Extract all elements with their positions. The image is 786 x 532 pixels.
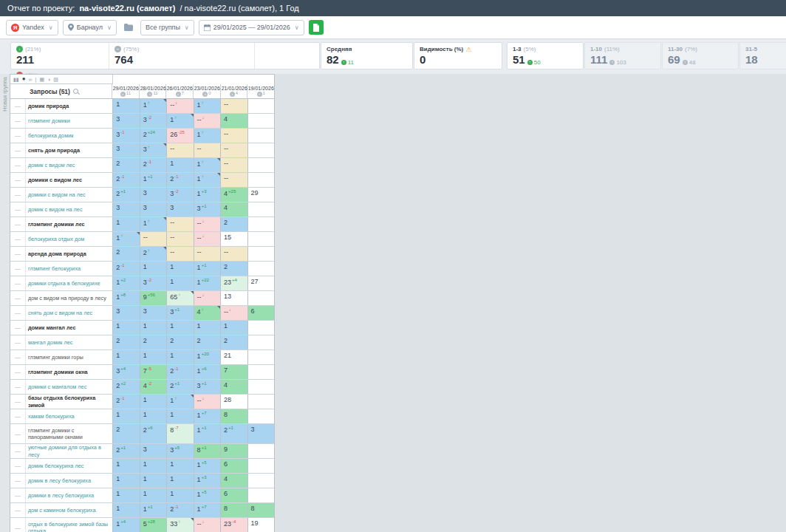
position-cell[interactable]: 2+1	[220, 424, 247, 443]
group-side-strip[interactable]: Новая группа	[0, 74, 10, 532]
position-cell[interactable]	[247, 444, 274, 458]
position-cell[interactable]: 2	[112, 247, 139, 261]
query-link[interactable]: отдых в белокурихе зимой базы отдыха	[25, 518, 112, 532]
position-cell[interactable]: 1	[112, 474, 139, 488]
position-cell[interactable]: 2	[220, 217, 247, 231]
position-cell[interactable]	[247, 158, 274, 172]
position-cell[interactable]: 1+3	[194, 188, 220, 202]
row-handle[interactable]: —	[10, 444, 25, 458]
query-link[interactable]: домики с видом лес	[25, 173, 112, 187]
position-cell[interactable]: --	[194, 247, 220, 261]
query-link[interactable]: домики в лесу белокуриха	[25, 488, 112, 502]
position-cell[interactable]: 1+1	[140, 503, 166, 517]
position-cell[interactable]	[247, 350, 274, 364]
position-cell[interactable]: 1↑	[194, 99, 220, 113]
position-cell[interactable]: 1	[112, 99, 139, 113]
position-cell[interactable]: 9+56	[140, 291, 166, 305]
position-cell[interactable]: 2+1	[112, 188, 139, 202]
position-cell[interactable]: 3	[140, 202, 166, 216]
row-handle[interactable]: —	[10, 217, 25, 231]
folder-button[interactable]	[121, 21, 136, 35]
query-link[interactable]: белокуриха отдых дом	[25, 232, 112, 246]
query-link[interactable]: дом с видом на природу в лесу	[25, 291, 112, 305]
position-cell[interactable]: 26-25	[166, 129, 193, 143]
position-cell[interactable]: 3+1	[166, 306, 193, 320]
range-card-31-5[interactable]: 31-518	[739, 42, 786, 69]
position-cell[interactable]: 2	[166, 335, 193, 349]
position-cell[interactable]: 2+24	[140, 129, 166, 143]
position-cell[interactable]: 1	[112, 488, 139, 502]
visibility-card[interactable]: Видимость (%) ⚠ 0	[414, 42, 502, 69]
position-cell[interactable]: 1	[140, 262, 166, 276]
search-engine-select[interactable]: Я Yandex∨	[6, 20, 58, 35]
position-cell[interactable]: 2	[112, 424, 139, 443]
position-cell[interactable]	[247, 114, 274, 128]
position-cell[interactable]: 1	[140, 474, 166, 488]
position-cell[interactable]: 3	[112, 143, 139, 157]
position-cell[interactable]: --	[220, 247, 247, 261]
position-cell[interactable]: --↓	[220, 306, 247, 320]
position-cell[interactable]: 3-2	[140, 114, 166, 128]
query-link[interactable]: глэмпинг белокуриха	[25, 262, 112, 276]
position-cell[interactable]: 1	[166, 474, 193, 488]
position-cell[interactable]: 13	[220, 291, 247, 305]
position-cell[interactable]: 2-1	[166, 503, 193, 517]
search-icon[interactable]	[73, 89, 78, 94]
position-cell[interactable]: 4+25	[220, 188, 247, 202]
position-cell[interactable]: 2-1	[166, 365, 193, 379]
position-cell[interactable]: --	[220, 173, 247, 187]
position-cell[interactable]: 7	[220, 365, 247, 379]
position-cell[interactable]: 29	[247, 188, 274, 202]
average-position-card[interactable]: Средняя 82 ↑11	[321, 42, 413, 69]
position-cell[interactable]: 6	[220, 488, 247, 502]
query-link[interactable]: домики с мангалом лес	[25, 380, 112, 394]
position-cell[interactable]	[247, 459, 274, 473]
row-handle[interactable]: —	[10, 424, 25, 443]
position-cell[interactable]: 1	[112, 503, 139, 517]
position-cell[interactable]: 3+4	[112, 365, 139, 379]
position-cell[interactable]: 3	[140, 306, 166, 320]
row-handle[interactable]: —	[10, 129, 25, 143]
range-card-11-30[interactable]: 11-30(7%)69↑48	[662, 42, 739, 69]
position-cell[interactable]: 1+7	[194, 409, 220, 423]
image-icon[interactable]: ▨	[53, 77, 58, 82]
position-cell[interactable]: 5+28	[140, 518, 166, 532]
position-cell[interactable]: 1	[194, 321, 220, 335]
position-cell[interactable]: 1	[140, 395, 166, 409]
position-cell[interactable]	[247, 474, 274, 488]
row-handle[interactable]: —	[10, 459, 25, 473]
position-cell[interactable]: 3+1	[194, 202, 220, 216]
row-handle[interactable]: —	[10, 409, 25, 423]
position-cell[interactable]: 2	[112, 335, 139, 349]
query-link[interactable]: снять дом с видом на лес	[25, 306, 112, 320]
query-link[interactable]: глэмпинг домики с панорамными окнами	[25, 424, 112, 443]
position-cell[interactable]: --	[220, 143, 247, 157]
position-cell[interactable]: 23+4	[220, 276, 247, 290]
position-cell[interactable]: 2-1	[112, 173, 139, 187]
query-link[interactable]: домики отдыха в белокурихе	[25, 276, 112, 290]
position-cell[interactable]: 23-4	[220, 518, 247, 532]
position-cell[interactable]: 8+1	[194, 444, 220, 458]
position-cell[interactable]: 1+5	[194, 488, 220, 502]
position-cell[interactable]	[247, 129, 274, 143]
position-cell[interactable]	[247, 99, 274, 113]
position-cell[interactable]: --	[220, 158, 247, 172]
position-cell[interactable]: 1+1	[194, 262, 220, 276]
position-cell[interactable]: 3	[166, 202, 193, 216]
position-cell[interactable]: 1↑	[112, 232, 139, 246]
grid-icon[interactable]: ▦	[39, 77, 44, 82]
position-cell[interactable]: --↓	[166, 99, 193, 113]
query-link[interactable]: хамам белокуриха	[25, 409, 112, 423]
position-cell[interactable]: --↓	[194, 114, 220, 128]
row-handle[interactable]: —	[10, 321, 25, 335]
query-link[interactable]: домики с видом на лес	[25, 188, 112, 202]
position-cell[interactable]: 1+6	[194, 365, 220, 379]
date-column-header[interactable]: 29/01/2026↑11	[112, 84, 139, 98]
position-cell[interactable]: 1	[220, 321, 247, 335]
row-handle[interactable]: —	[10, 143, 25, 157]
position-cell[interactable]: 3	[112, 306, 139, 320]
query-link[interactable]: глэмпинг домики лес	[25, 217, 112, 231]
position-cell[interactable]	[247, 143, 274, 157]
position-cell[interactable]: 2↑	[140, 247, 166, 261]
position-cell[interactable]: 1	[140, 350, 166, 364]
